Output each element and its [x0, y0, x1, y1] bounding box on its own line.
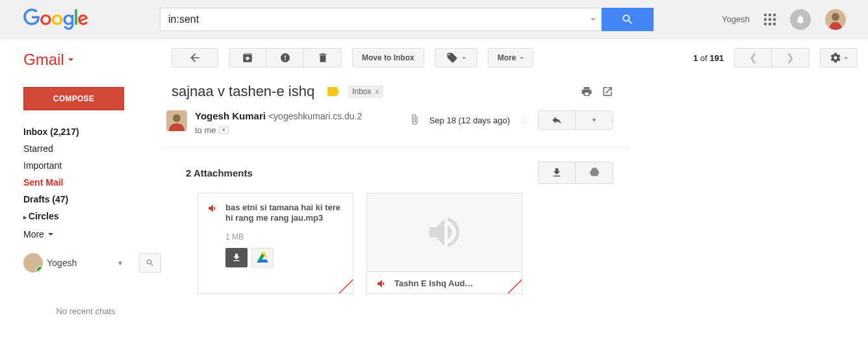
more-button[interactable]: More: [488, 48, 534, 68]
subject-actions: [581, 86, 613, 97]
search-button[interactable]: [602, 8, 654, 31]
sender-info: Yogesh Kumari <yogeshkumari.cs.du.2 to m…: [195, 110, 409, 135]
nav-arrows: ❮ ❯: [734, 48, 810, 68]
search-box: [160, 8, 602, 31]
attachment-actions: [538, 162, 613, 184]
trash-icon: [317, 52, 329, 64]
download-icon: [231, 252, 242, 263]
reply-more-button[interactable]: ▼: [576, 110, 613, 130]
reply-icon: [551, 114, 563, 126]
settings-button[interactable]: [820, 48, 858, 68]
to-line[interactable]: to me ▼: [195, 125, 409, 135]
nav-drafts[interactable]: Drafts (47): [23, 191, 161, 208]
chat-avatar: [23, 253, 43, 273]
sidebar: Gmail COMPOSE Inbox (2,217) Starred Impo…: [0, 39, 161, 316]
audio-icon: [376, 278, 388, 289]
popout-icon[interactable]: [602, 86, 613, 97]
chat-user-name: Yogesh: [47, 258, 113, 268]
older-button[interactable]: ❯: [772, 48, 810, 68]
chat-picker[interactable]: Yogesh ▼: [23, 253, 161, 273]
content: Move to Inbox More 1 of 191 ❮ ❯ sajnaa v…: [161, 39, 868, 316]
label-text: Inbox: [352, 87, 371, 96]
chevron-down-icon[interactable]: ▼: [117, 260, 123, 267]
attachment-card-1[interactable]: bas etni si tamana hai ki tere hi rang m…: [198, 193, 353, 294]
back-button[interactable]: [172, 48, 218, 68]
save-drive-all-button[interactable]: [576, 162, 613, 184]
subject-row: sajnaa v tashen-e ishq Inbox x: [156, 83, 629, 100]
spam-button[interactable]: [266, 48, 304, 68]
search-dropdown-icon[interactable]: [591, 18, 596, 21]
audio-icon: [207, 203, 219, 214]
app-header: Yogesh: [0, 0, 868, 39]
search-icon: [146, 258, 155, 267]
chevron-right-icon: ❯: [786, 52, 795, 64]
search-icon: [621, 13, 634, 26]
nav-circles[interactable]: Circles: [23, 208, 161, 226]
gear-icon: [830, 52, 841, 64]
attachment-size: 1 MB: [225, 232, 353, 241]
drive-icon: [257, 252, 268, 263]
chat-search-button[interactable]: [139, 253, 161, 273]
speaker-icon: [424, 212, 465, 252]
nav: Inbox (2,217) Starred Important Sent Mai…: [10, 123, 161, 243]
main: Gmail COMPOSE Inbox (2,217) Starred Impo…: [0, 39, 868, 316]
tag-icon: [446, 52, 458, 64]
show-details-icon[interactable]: ▼: [219, 127, 229, 134]
attachment-card-2[interactable]: Tashn E Ishq Aud…: [366, 193, 522, 294]
spam-icon: [279, 52, 291, 64]
compose-button[interactable]: COMPOSE: [23, 87, 124, 110]
apps-icon[interactable]: [764, 14, 776, 25]
action-group: [229, 48, 342, 68]
search-input[interactable]: [168, 14, 575, 25]
reply-button[interactable]: [538, 110, 576, 130]
svg-point-0: [832, 13, 839, 21]
download-all-button[interactable]: [538, 162, 576, 184]
message-counter: 1 of 191: [693, 53, 724, 63]
attachment-name: bas etni si tamana hai ki tere hi rang m…: [225, 203, 344, 223]
google-logo[interactable]: [10, 8, 160, 31]
attachments-header: 2 Attachments: [161, 147, 629, 193]
corner-fold-icon: [338, 279, 353, 293]
nav-important[interactable]: Important: [23, 157, 161, 174]
corner-fold-icon: [507, 279, 522, 293]
sender-avatar[interactable]: [166, 110, 187, 131]
message-date: Sep 18 (12 days ago): [429, 116, 510, 125]
download-icon: [551, 167, 563, 178]
attachment-drive-button[interactable]: [251, 248, 274, 267]
attachments: bas etni si tamana hai ki tere hi rang m…: [161, 193, 629, 294]
chevron-down-icon: ▼: [591, 117, 597, 123]
notifications-icon[interactable]: [790, 9, 811, 30]
account-avatar[interactable]: [825, 9, 846, 30]
chevron-left-icon: ❮: [749, 52, 758, 64]
move-to-inbox-button[interactable]: Move to Inbox: [352, 48, 424, 68]
back-arrow-icon: [188, 51, 201, 64]
gmail-dropdown[interactable]: Gmail: [10, 51, 161, 69]
svg-point-1: [173, 114, 181, 122]
newer-button[interactable]: ❮: [734, 48, 772, 68]
sender-row: Yogesh Kumari <yogeshkumari.cs.du.2 to m…: [161, 110, 629, 147]
drive-icon: [589, 167, 600, 178]
no-recent-chats: No recent chats: [10, 306, 161, 316]
remove-label-icon[interactable]: x: [376, 87, 379, 96]
attachment-download-button[interactable]: [225, 248, 248, 267]
print-icon[interactable]: [581, 86, 593, 97]
attachments-title: 2 Attachments: [186, 167, 253, 178]
archive-button[interactable]: [229, 48, 266, 68]
star-icon[interactable]: ☆: [519, 114, 529, 127]
attachment-name: Tashn E Ishq Aud…: [394, 278, 473, 289]
nav-more[interactable]: More: [23, 226, 161, 243]
reply-buttons: ▼: [538, 110, 613, 130]
toolbar: Move to Inbox More 1 of 191 ❮ ❯: [161, 44, 868, 71]
delete-button[interactable]: [304, 48, 342, 68]
archive-icon: [242, 52, 253, 64]
sender-email: <yogeshkumari.cs.du.2: [268, 111, 362, 121]
attachment-preview: [367, 193, 522, 271]
label-chip[interactable]: Inbox x: [348, 85, 383, 98]
subject: sajnaa v tashen-e ishq: [172, 83, 314, 100]
user-name[interactable]: Yogesh: [722, 14, 750, 24]
nav-starred[interactable]: Starred: [23, 140, 161, 157]
labels-button[interactable]: [435, 48, 478, 68]
header-right: Yogesh: [722, 9, 858, 30]
nav-inbox[interactable]: Inbox (2,217): [23, 123, 161, 140]
nav-sent[interactable]: Sent Mail: [23, 174, 161, 191]
